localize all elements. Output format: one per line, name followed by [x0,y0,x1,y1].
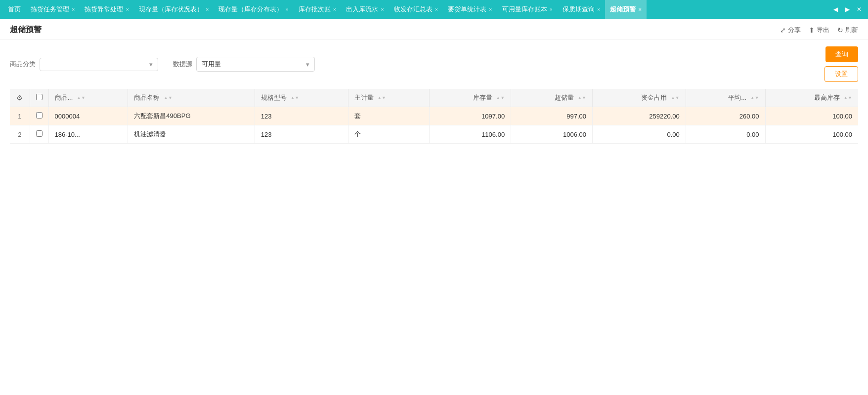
close-icon[interactable]: × [72,6,75,12]
category-filter-group: 商品分类 ▾ [10,58,158,71]
row-number: 1 [10,107,30,125]
nav-prev-arrow[interactable]: ◀ [829,0,841,19]
nav-item-9[interactable]: 可用量库存账本 × [497,0,558,19]
sort-icon: ▲▼ [290,96,299,100]
capital: 0.00 [592,125,686,144]
table-body: 1 0000004 六配套新昌490BPG 123 套 1097.00 997.… [10,107,858,144]
close-icon[interactable]: × [435,6,438,12]
page-title: 超储预警 [10,25,42,35]
datasource-label: 数据源 [173,60,192,69]
table-row: 2 186-10... 机油滤清器 123 个 1106.00 1006.00 … [10,125,858,144]
share-button[interactable]: ⤢ 分享 [780,26,801,35]
avg: 260.00 [686,107,765,125]
nav-item-8[interactable]: 要货单统计表 × [443,0,497,19]
col-goods-name[interactable]: 商品名称 ▲▼ [128,89,255,107]
spec: 123 [255,125,348,144]
sort-icon: ▲▼ [843,96,852,100]
row-checkbox-cell[interactable] [30,125,48,144]
nav-item-home[interactable]: 首页 [3,0,26,19]
nav-close-arrow[interactable]: ✕ [853,0,865,19]
row-checkbox[interactable] [36,130,43,137]
col-stock[interactable]: 库存量 ▲▼ [430,89,511,107]
nav-item-7[interactable]: 收发存汇总表 × [389,0,443,19]
refresh-icon: ↻ [837,26,843,34]
filter-area: 商品分类 ▾ 数据源 可用量 ▾ 查询 设置 [0,40,868,89]
nav-item-4[interactable]: 现存量（库存分布表） × [214,0,293,19]
query-button[interactable]: 查询 [825,46,858,62]
checkbox-header[interactable] [30,89,48,107]
close-icon[interactable]: × [638,6,641,12]
set-button[interactable]: 设置 [825,66,858,82]
nav-item-10[interactable]: 保质期查询 × [558,0,605,19]
close-icon[interactable]: × [597,6,600,12]
col-unit[interactable]: 主计量 ▲▼ [348,89,430,107]
datasource-value: 可用量 [202,60,221,69]
close-icon[interactable]: × [333,6,336,12]
close-icon[interactable]: × [206,6,209,12]
spec: 123 [255,107,348,125]
close-icon[interactable]: × [489,6,492,12]
close-icon[interactable]: × [550,6,553,12]
table-container: ⚙ 商品... ▲▼ 商品名称 ▲▼ 规格型号 ▲▼ 主计 [0,89,868,144]
close-icon[interactable]: × [381,6,384,12]
col-capital[interactable]: 资金占用 ▲▼ [592,89,686,107]
close-icon[interactable]: × [285,6,288,12]
max-stock: 100.00 [765,107,858,125]
nav-arrows: ◀ ▶ ✕ [829,0,865,19]
sort-icon: ▲▼ [377,96,386,100]
gear-header[interactable]: ⚙ [10,89,30,107]
sort-icon: ▲▼ [671,96,680,100]
over-stock: 1006.00 [511,125,593,144]
sort-icon: ▲▼ [496,96,505,100]
capital: 259220.00 [592,107,686,125]
col-over-stock[interactable]: 超储量 ▲▼ [511,89,593,107]
export-icon: ⬆ [809,26,815,34]
category-label: 商品分类 [10,60,36,69]
goods-code: 0000004 [48,107,128,125]
nav-item-11[interactable]: 超储预警 × [605,0,646,19]
page-header: 超储预警 ⤢ 分享 ⬆ 导出 ↻ 刷新 [0,19,868,40]
stock: 1097.00 [430,107,511,125]
max-stock: 100.00 [765,125,858,144]
header-actions: ⤢ 分享 ⬆ 导出 ↻ 刷新 [780,26,858,35]
col-avg[interactable]: 平均... ▲▼ [686,89,765,107]
col-goods-code[interactable]: 商品... ▲▼ [48,89,128,107]
over-stock: 997.00 [511,107,593,125]
row-checkbox-cell[interactable] [30,107,48,125]
datasource-filter-group: 数据源 可用量 ▾ [173,57,315,72]
goods-code: 186-10... [48,125,128,144]
refresh-button[interactable]: ↻ 刷新 [837,26,858,35]
sort-icon: ▲▼ [577,96,586,100]
sort-icon: ▲▼ [164,96,173,100]
nav-item-1[interactable]: 拣货任务管理 × [26,0,80,19]
chevron-down-icon: ▾ [306,61,309,68]
col-spec[interactable]: 规格型号 ▲▼ [255,89,348,107]
category-select[interactable]: ▾ [40,58,158,71]
nav-next-arrow[interactable]: ▶ [841,0,853,19]
col-max-stock[interactable]: 最高库存 ▲▼ [765,89,858,107]
avg: 0.00 [686,125,765,144]
nav-item-6[interactable]: 出入库流水 × [341,0,389,19]
unit: 套 [348,107,430,125]
datasource-select[interactable]: 可用量 ▾ [196,57,315,72]
export-button[interactable]: ⬆ 导出 [809,26,829,35]
gear-icon[interactable]: ⚙ [16,94,23,102]
row-checkbox[interactable] [36,112,43,118]
table-header-row: ⚙ 商品... ▲▼ 商品名称 ▲▼ 规格型号 ▲▼ 主计 [10,89,858,107]
nav-item-2[interactable]: 拣货异常处理 × [80,0,133,19]
top-nav: 首页 拣货任务管理 × 拣货异常处理 × 现存量（库存状况表） × 现存量（库存… [0,0,868,19]
sort-icon: ▲▼ [77,96,86,100]
unit: 个 [348,125,430,144]
row-number: 2 [10,125,30,144]
select-all-checkbox[interactable] [36,94,43,100]
filter-actions: 查询 设置 [825,46,858,82]
sort-icon: ▲▼ [750,96,759,100]
close-icon[interactable]: × [126,6,129,12]
nav-item-5[interactable]: 库存批次账 × [294,0,341,19]
stock: 1106.00 [430,125,511,144]
table-row: 1 0000004 六配套新昌490BPG 123 套 1097.00 997.… [10,107,858,125]
data-table: ⚙ 商品... ▲▼ 商品名称 ▲▼ 规格型号 ▲▼ 主计 [10,89,858,144]
goods-name: 机油滤清器 [128,125,255,144]
nav-item-3[interactable]: 现存量（库存状况表） × [134,0,214,19]
goods-name: 六配套新昌490BPG [128,107,255,125]
